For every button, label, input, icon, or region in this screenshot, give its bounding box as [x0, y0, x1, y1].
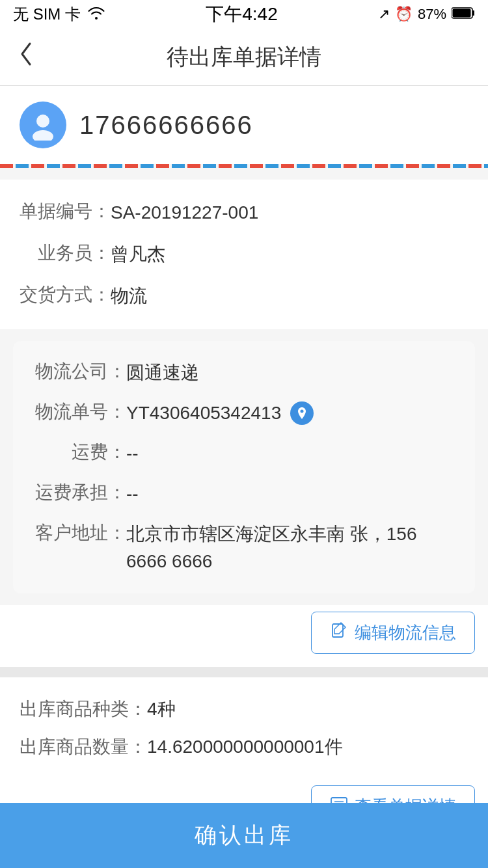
product-type-value: 4种: [147, 697, 468, 722]
sim-signal: 无 SIM 卡: [13, 4, 81, 25]
tracking-number-value: YT43064053424​13: [126, 400, 459, 427]
sales-person-row: 业务员： 曾凡杰: [20, 241, 468, 268]
freight-row: 运费： --: [29, 440, 459, 467]
edit-logistics-button[interactable]: 编辑物流信息: [311, 612, 475, 654]
freight-bear-row: 运费承担： --: [29, 480, 459, 508]
order-info-section: 单据编号： SA-20191227-001 业务员： 曾凡杰 交货方式： 物流: [0, 180, 488, 329]
confirm-btn-label: 确认出库: [195, 821, 293, 850]
status-bar: 无 SIM 卡 下午4:42 ↗ ⏰ 87%: [0, 0, 488, 29]
svg-point-3: [36, 115, 49, 128]
tracking-location-icon[interactable]: [290, 401, 314, 425]
order-number-value: SA-20191227-001: [111, 199, 468, 226]
tracking-number-row: 物流单号： YT43064053424​13: [29, 400, 459, 427]
freight-value: --: [126, 440, 459, 467]
product-type-label: 出库商品种类：: [20, 697, 147, 722]
product-qty-row: 出库商品数量： 14.620000000000001件: [20, 735, 468, 759]
customer-phone: 17666666666: [79, 111, 253, 140]
status-time: 下午4:42: [206, 2, 278, 27]
section-separator: [0, 667, 488, 677]
sales-person-label: 业务员：: [20, 241, 111, 265]
logistics-company-label: 物流公司：: [29, 359, 126, 384]
customer-address-value: 北京市市辖区海淀区永丰南 张，156 6666 6666: [126, 521, 459, 575]
svg-point-5: [301, 410, 304, 413]
logistics-company-value: 圆通速递: [126, 359, 459, 387]
sales-person-value: 曾凡杰: [111, 241, 468, 268]
customer-header: 17666666666: [0, 86, 488, 164]
delivery-method-label: 交货方式：: [20, 282, 111, 307]
edit-icon: [330, 621, 348, 644]
order-number-label: 单据编号：: [20, 199, 111, 224]
edit-btn-container: 编辑物流信息: [0, 605, 488, 667]
customer-address-label: 客户地址：: [29, 521, 126, 545]
delivery-method-row: 交货方式： 物流: [20, 282, 468, 310]
battery-text: 87%: [418, 6, 446, 23]
product-qty-value: 14.620000000000001件: [147, 735, 468, 759]
svg-point-4: [33, 130, 53, 141]
alarm-icon: ⏰: [395, 6, 413, 23]
freight-label: 运费：: [29, 440, 126, 465]
dashed-divider: [0, 164, 488, 168]
confirm-btn-bar[interactable]: 确认出库: [0, 803, 488, 868]
order-number-row: 单据编号： SA-20191227-001: [20, 199, 468, 226]
edit-btn-label: 编辑物流信息: [355, 621, 456, 644]
customer-address-row: 客户地址： 北京市市辖区海淀区永丰南 张，156 6666 6666: [29, 521, 459, 575]
battery-icon: [452, 6, 475, 23]
nav-bar: 待出库单据详情: [0, 29, 488, 86]
svg-rect-2: [453, 9, 471, 18]
back-button[interactable]: [18, 41, 34, 73]
page-title: 待出库单据详情: [167, 42, 321, 72]
summary-section: 出库商品种类： 4种 出库商品数量： 14.620000000000001件: [0, 677, 488, 779]
product-type-row: 出库商品种类： 4种: [20, 697, 468, 722]
status-right: ↗ ⏰ 87%: [378, 6, 475, 23]
freight-bear-value: --: [126, 480, 459, 508]
freight-bear-label: 运费承担：: [29, 480, 126, 505]
status-left: 无 SIM 卡: [13, 4, 105, 25]
svg-rect-1: [472, 10, 474, 16]
avatar: [20, 102, 66, 148]
edit-btn-row: 编辑物流信息: [0, 605, 488, 667]
tracking-number-label: 物流单号：: [29, 400, 126, 424]
delivery-method-value: 物流: [111, 282, 468, 310]
logistics-card: 物流公司： 圆通速递 物流单号： YT43064053424​13 运费： --…: [13, 341, 475, 593]
wifi-icon: [87, 5, 105, 23]
logistics-company-row: 物流公司： 圆通速递: [29, 359, 459, 387]
location-status-icon: ↗: [378, 6, 390, 23]
product-qty-label: 出库商品数量：: [20, 735, 147, 759]
